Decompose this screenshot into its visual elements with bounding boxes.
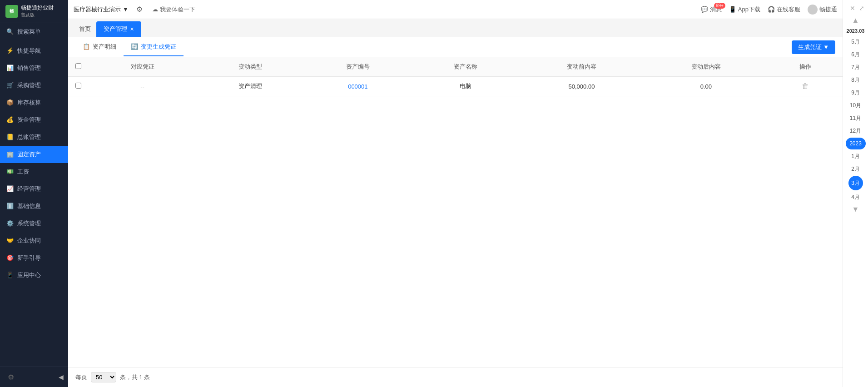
month-item-6[interactable]: 6月	[846, 49, 866, 60]
sidebar-item-ledger[interactable]: 📒 总账管理	[0, 129, 68, 146]
col-after: 变动后内容	[644, 57, 768, 77]
month-item-7[interactable]: 7月	[846, 61, 866, 73]
per-page-select[interactable]: 10 20 50 100	[91, 372, 116, 382]
tab-asset-management[interactable]: 资产管理 ✕	[96, 21, 141, 37]
page-content: 📋 资产明细 🔄 变更生成凭证 生成凭证 ▼ 对应凭证	[68, 37, 843, 387]
month-item-10[interactable]: 10月	[846, 99, 866, 111]
sidebar-item-purchase[interactable]: 🛒 采购管理	[0, 77, 68, 94]
fixed-assets-label: 固定资产	[17, 150, 41, 159]
company-selector[interactable]: 医疗器械行业演示 ▼	[74, 5, 129, 14]
delete-row-button[interactable]: 🗑	[802, 82, 809, 90]
month-item-11[interactable]: 11月	[846, 112, 866, 124]
sidebar-settings-button[interactable]: ⚙	[5, 371, 17, 383]
logo-version: 普及版	[21, 12, 54, 18]
sidebar-item-quick-nav[interactable]: ⚡ 快捷导航	[0, 42, 68, 60]
generate-voucher-button[interactable]: 生成凭证 ▼	[792, 40, 835, 54]
asset-table: 对应凭证 变动类型 资产编号 资产名称 变动前内容 变动后内容 操作	[68, 57, 843, 96]
app-download-icon: 📱	[729, 6, 736, 13]
purchase-label: 采购管理	[17, 81, 41, 89]
sales-icon: 📊	[6, 64, 14, 71]
total-label: 条，共 1 条	[120, 373, 150, 382]
sidebar-item-fixed-assets[interactable]: 🏢 固定资产	[0, 146, 68, 163]
sidebar-item-search[interactable]: 🔍 搜索菜单	[0, 23, 68, 40]
feedback-button[interactable]: ☁ 我要体验一下	[152, 5, 195, 14]
dropdown-icon: ▼	[123, 6, 129, 13]
panel-up-arrow[interactable]: ▲	[843, 15, 868, 26]
cell-asset-code: 000001	[304, 77, 412, 96]
message-button[interactable]: 💬 消息 99+	[701, 5, 722, 14]
table-container: 对应凭证 变动类型 资产编号 资产名称 变动前内容 变动后内容 操作	[68, 57, 843, 367]
fund-label: 资金管理	[17, 116, 41, 124]
app-download-label: App下载	[738, 5, 760, 14]
company-name: 医疗器械行业演示	[74, 5, 121, 14]
panel-close-button[interactable]: ✕	[849, 4, 856, 13]
cell-voucher: --	[89, 77, 196, 96]
sidebar-item-basic-info[interactable]: ℹ️ 基础信息	[0, 198, 68, 215]
year-2023-marker[interactable]: 2023	[846, 138, 866, 149]
logo-icon: 畅	[5, 5, 18, 18]
online-service-button[interactable]: 🎧 在线客服	[768, 5, 800, 14]
logo-title: 畅捷通好业财	[21, 5, 54, 12]
asset-detail-tab-icon: 📋	[83, 43, 90, 50]
inventory-label: 库存核算	[17, 99, 41, 107]
table-row: -- 资产清理 000001 电脑 50,000.00 0.00 🗑	[68, 77, 843, 96]
guide-icon: 🎯	[6, 254, 14, 261]
inventory-icon: 📦	[6, 99, 14, 106]
tab-close-icon[interactable]: ✕	[130, 26, 134, 32]
operations-label: 经营管理	[17, 185, 41, 193]
tab-home-label: 首页	[79, 25, 91, 32]
quick-nav-icon: ⚡	[6, 47, 14, 54]
col-action: 操作	[768, 57, 843, 77]
sidebar-item-operations[interactable]: 📈 经营管理	[0, 180, 68, 198]
salary-label: 工资	[17, 168, 29, 176]
right-date-panel: ✕ ⤢ ▲ 2023.03 5月 6月 7月 8月 9月 10月 11月 12月…	[843, 0, 868, 387]
month-item-12[interactable]: 12月	[846, 125, 866, 137]
sidebar-item-inventory[interactable]: 📦 库存核算	[0, 94, 68, 111]
month-item-4[interactable]: 4月	[846, 191, 866, 203]
sidebar-collapse-button[interactable]: ◀	[59, 373, 64, 381]
sub-tab-change-voucher[interactable]: 🔄 变更生成凭证	[124, 38, 184, 56]
select-all-checkbox[interactable]	[75, 63, 81, 69]
sidebar-item-sales[interactable]: 📊 销售管理	[0, 60, 68, 77]
col-asset-code: 资产编号	[304, 57, 412, 77]
quick-nav-label: 快捷导航	[17, 47, 41, 55]
ledger-label: 总账管理	[17, 133, 41, 141]
sidebar-item-fund[interactable]: 💰 资金管理	[0, 111, 68, 129]
panel-down-arrow[interactable]: ▼	[843, 203, 868, 215]
system-icon: ⚙️	[6, 220, 14, 227]
operations-icon: 📈	[6, 185, 14, 192]
topbar-right: 💬 消息 99+ 📱 App下载 🎧 在线客服 畅捷通	[701, 5, 837, 15]
feedback-icon: ☁	[152, 6, 158, 13]
month-item-1[interactable]: 1月	[846, 150, 866, 162]
row-checkbox[interactable]	[75, 83, 81, 89]
sidebar-item-app-center[interactable]: 📱 应用中心	[0, 267, 68, 284]
user-menu[interactable]: 畅捷通	[808, 5, 837, 15]
month-item-2[interactable]: 2月	[846, 163, 866, 175]
app-center-icon: 📱	[6, 272, 14, 278]
sidebar-logo: 畅 畅捷通好业财 普及版	[0, 0, 68, 23]
sidebar: 畅 畅捷通好业财 普及版 🔍 搜索菜单 ⚡ 快捷导航 📊 销售管理 🛒 采购管理…	[0, 0, 68, 387]
settings-button[interactable]: ⚙	[133, 3, 146, 16]
col-voucher: 对应凭证	[89, 57, 196, 77]
pagination: 每页 10 20 50 100 条，共 1 条	[68, 367, 843, 387]
sidebar-item-guide[interactable]: 🎯 新手引导	[0, 249, 68, 267]
per-page-label: 每页	[75, 373, 87, 382]
tab-home[interactable]: 首页	[74, 21, 96, 37]
month-item-5[interactable]: 5月	[846, 36, 866, 48]
sidebar-item-salary[interactable]: 💵 工资	[0, 163, 68, 180]
month-item-9[interactable]: 9月	[846, 87, 866, 99]
enterprise-icon: 🤝	[6, 237, 14, 244]
online-service-label: 在线客服	[777, 5, 800, 14]
sidebar-item-enterprise[interactable]: 🤝 企业协同	[0, 232, 68, 249]
change-voucher-tab-label: 变更生成凭证	[141, 43, 176, 51]
month-item-8[interactable]: 8月	[846, 74, 866, 86]
change-voucher-tab-icon: 🔄	[131, 43, 138, 50]
sidebar-item-system[interactable]: ⚙️ 系统管理	[0, 215, 68, 232]
feedback-label: 我要体验一下	[160, 5, 195, 14]
panel-expand-button[interactable]: ⤢	[858, 4, 865, 13]
cell-after: 0.00	[644, 77, 768, 96]
month-item-3-selected[interactable]: 3月	[848, 176, 863, 190]
guide-label: 新手引导	[17, 254, 41, 262]
sub-tab-asset-detail[interactable]: 📋 资产明细	[75, 38, 124, 56]
app-download-button[interactable]: 📱 App下载	[729, 5, 760, 14]
